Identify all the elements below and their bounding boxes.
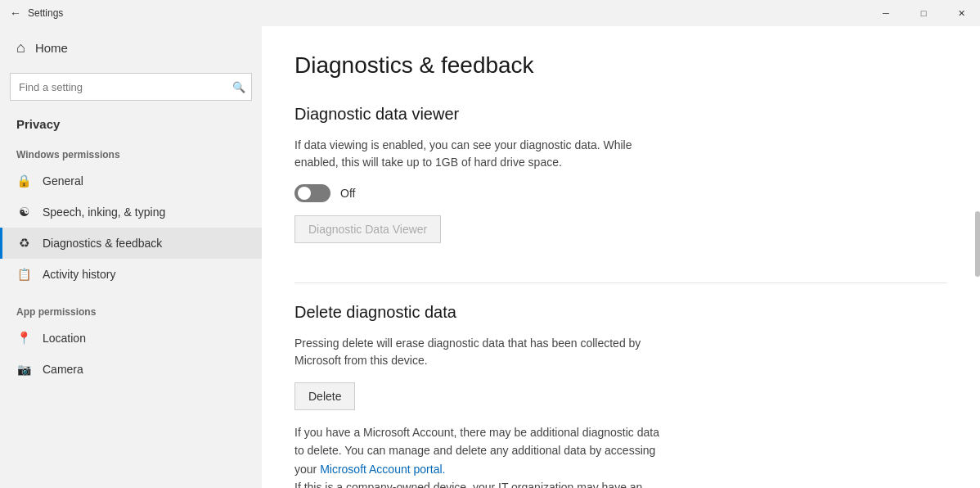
location-label: Location: [43, 332, 86, 345]
search-icon: 🔍: [232, 81, 245, 93]
maximize-button[interactable]: □: [905, 0, 942, 26]
sidebar-item-general[interactable]: 🔒 General: [0, 165, 262, 197]
diagnostic-viewer-toggle[interactable]: [294, 184, 330, 202]
privacy-label: Privacy: [0, 111, 262, 141]
back-icon[interactable]: ←: [10, 7, 21, 20]
app-content: ⌂ Home 🔍 Privacy Windows permissions 🔒 G…: [0, 26, 980, 488]
section-title-viewer: Diagnostic data viewer: [294, 105, 947, 124]
section-title-delete: Delete diagnostic data: [294, 303, 947, 322]
main-content: Diagnostics & feedback Diagnostic data v…: [262, 26, 980, 488]
toggle-row: Off: [294, 184, 947, 202]
sidebar-item-activity[interactable]: 📋 Activity history: [0, 259, 262, 290]
home-icon: ⌂: [16, 39, 25, 56]
app-permissions-label: App permissions: [0, 298, 262, 323]
speech-label: Speech, inking, & typing: [43, 206, 165, 219]
toggle-label: Off: [340, 187, 355, 200]
info-text-account: If you have a Microsoft Account, there m…: [294, 423, 671, 488]
window-title: Settings: [28, 7, 63, 19]
general-icon: 🔒: [16, 174, 31, 188]
window: ← Settings ─ □ ✕ ⌂ Home 🔍 Privacy Windo: [0, 0, 980, 488]
sidebar-item-diagnostics[interactable]: ♻ Diagnostics & feedback: [0, 228, 262, 259]
scrollbar-track: [975, 26, 980, 488]
general-label: General: [43, 174, 83, 188]
page-title: Diagnostics & feedback: [294, 52, 947, 79]
sidebar-item-camera[interactable]: 📷 Camera: [0, 354, 262, 385]
section-divider: [294, 282, 947, 283]
section-description-delete: Pressing delete will erase diagnostic da…: [294, 335, 671, 369]
camera-icon: 📷: [16, 362, 31, 377]
main-wrapper: Diagnostics & feedback Diagnostic data v…: [262, 26, 980, 488]
search-input[interactable]: [10, 73, 252, 101]
diagnostics-label: Diagnostics & feedback: [43, 237, 162, 250]
home-label: Home: [35, 41, 68, 55]
activity-label: Activity history: [43, 268, 115, 281]
windows-permissions-label: Windows permissions: [0, 141, 262, 165]
toggle-knob: [298, 187, 311, 200]
sidebar: ⌂ Home 🔍 Privacy Windows permissions 🔒 G…: [0, 26, 262, 488]
title-bar-left: ← Settings: [10, 7, 63, 20]
activity-icon: 📋: [16, 267, 31, 282]
title-bar-controls: ─ □ ✕: [867, 0, 980, 26]
close-button[interactable]: ✕: [942, 0, 980, 26]
info-text-company: If this is a company-owned device, your …: [294, 481, 642, 488]
speech-icon: ☯: [16, 205, 31, 219]
sidebar-item-speech[interactable]: ☯ Speech, inking, & typing: [0, 197, 262, 228]
location-icon: 📍: [16, 331, 31, 346]
sidebar-item-home[interactable]: ⌂ Home: [0, 26, 262, 70]
sidebar-item-location[interactable]: 📍 Location: [0, 323, 262, 354]
scrollbar-thumb[interactable]: [975, 211, 980, 277]
camera-label: Camera: [43, 363, 83, 376]
microsoft-account-link[interactable]: Microsoft Account portal.: [320, 463, 445, 476]
section-description-viewer: If data viewing is enabled, you can see …: [294, 137, 671, 171]
diagnostic-data-viewer-button[interactable]: Diagnostic Data Viewer: [294, 215, 441, 243]
minimize-button[interactable]: ─: [867, 0, 905, 26]
delete-button[interactable]: Delete: [294, 382, 355, 410]
title-bar: ← Settings ─ □ ✕: [0, 0, 980, 26]
diagnostics-icon: ♻: [16, 236, 31, 251]
sidebar-search: 🔍: [10, 73, 252, 101]
